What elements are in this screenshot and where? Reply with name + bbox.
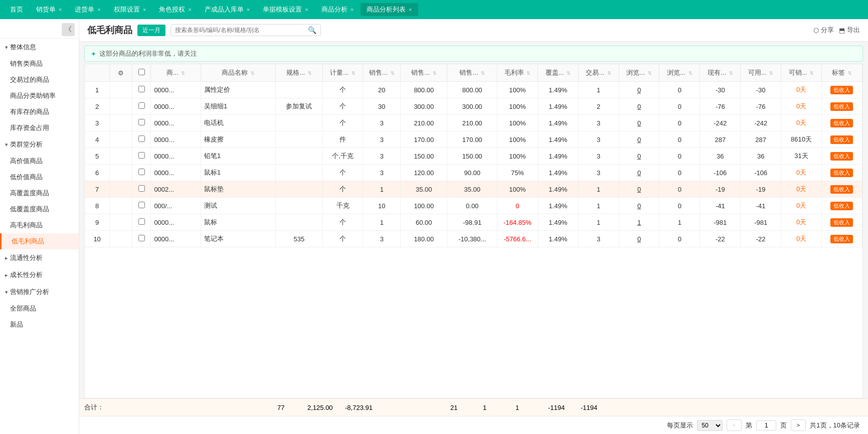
browse1-link[interactable]: 0	[637, 136, 641, 143]
sidebar-group-growth[interactable]: ▸ 成长性分析	[0, 266, 79, 283]
row-browse1[interactable]: 0	[619, 198, 659, 214]
row-check[interactable]	[132, 98, 151, 115]
row-checkbox[interactable]	[138, 119, 145, 125]
close-icon[interactable]: ×	[143, 7, 146, 13]
row-checkbox[interactable]	[138, 235, 145, 241]
row-browse1[interactable]: 0	[619, 131, 659, 148]
row-checkbox[interactable]	[138, 102, 145, 109]
date-filter-button[interactable]: 近一月	[137, 25, 165, 36]
sidebar-item-category-rate[interactable]: 商品分类助销率	[0, 88, 79, 104]
row-checkbox[interactable]	[138, 135, 145, 142]
row-browse1[interactable]: 0	[619, 181, 659, 198]
th-sales-qty[interactable]: 销售... ⇅	[363, 64, 401, 82]
sidebar-item-capital[interactable]: 库存资金占用	[0, 120, 79, 136]
sidebar-item-inventory[interactable]: 有库存的商品	[0, 104, 79, 120]
prev-page-btn[interactable]: ＜	[727, 419, 742, 431]
th-sales-amount[interactable]: 销售... ⇅	[447, 64, 497, 82]
th-name[interactable]: 商品名称 ⇅	[201, 64, 275, 82]
browse1-link[interactable]: 0	[637, 103, 641, 110]
nav-analysis-list[interactable]: 商品分析列表 ×	[361, 3, 418, 16]
row-check[interactable]	[132, 181, 151, 198]
th-spec[interactable]: 规格... ⇅	[276, 64, 322, 82]
sidebar-item-low-coverage[interactable]: 低覆盖度商品	[0, 201, 79, 217]
th-available[interactable]: 可用... ⇅	[741, 64, 781, 82]
th-settings[interactable]: ⚙	[110, 64, 132, 82]
browse1-link[interactable]: 1	[637, 219, 641, 226]
sidebar-item-low-value[interactable]: 低价值商品	[0, 169, 79, 185]
sidebar-item-high-coverage[interactable]: 高覆盖度商品	[0, 185, 79, 201]
browse1-link[interactable]: 0	[637, 186, 641, 193]
export-button[interactable]: ⬒ 导出	[839, 26, 860, 35]
row-browse1[interactable]: 1	[619, 214, 659, 231]
th-browse2[interactable]: 浏览... ⇅	[659, 64, 700, 82]
row-check[interactable]	[132, 148, 151, 165]
browse1-link[interactable]: 0	[637, 119, 641, 127]
th-browse1[interactable]: 浏览... ⇅	[619, 64, 659, 82]
sidebar-item-sales-goods[interactable]: 销售类商品	[0, 56, 79, 72]
row-browse1[interactable]: 0	[619, 82, 659, 98]
sidebar-item-high-value[interactable]: 高价值商品	[0, 153, 79, 169]
select-all-checkbox[interactable]	[138, 69, 145, 75]
th-sales-price[interactable]: 销售... ⇅	[401, 64, 447, 82]
sidebar-group-overall[interactable]: ▾ 整体信息	[0, 39, 79, 56]
row-checkbox[interactable]	[138, 185, 145, 192]
page-number-input[interactable]	[756, 420, 776, 430]
row-browse1[interactable]: 0	[619, 98, 659, 115]
sidebar-item-all-goods[interactable]: 全部商品	[0, 301, 79, 317]
search-box[interactable]: 🔍	[170, 24, 321, 36]
close-icon[interactable]: ×	[351, 7, 354, 13]
row-checkbox[interactable]	[138, 218, 145, 225]
sidebar-item-new-goods[interactable]: 新品	[0, 317, 79, 333]
th-code[interactable]: 商... ⇅	[151, 64, 201, 82]
row-checkbox[interactable]	[138, 86, 145, 92]
nav-analysis[interactable]: 商品分析 ×	[315, 3, 360, 16]
nav-products[interactable]: 产成品入库单 ×	[199, 3, 256, 16]
nav-home[interactable]: 首页	[4, 3, 29, 16]
row-check[interactable]	[132, 214, 151, 231]
row-browse1[interactable]: 0	[619, 165, 659, 181]
close-icon[interactable]: ×	[188, 7, 191, 13]
row-check[interactable]	[132, 231, 151, 247]
next-page-btn[interactable]: ＞	[791, 419, 806, 431]
browse1-link[interactable]: 0	[637, 235, 641, 243]
row-browse1[interactable]: 0	[619, 231, 659, 247]
row-browse1[interactable]: 0	[619, 148, 659, 165]
row-checkbox[interactable]	[138, 152, 145, 159]
nav-roles[interactable]: 角色授权 ×	[153, 3, 197, 16]
sidebar-item-traded-goods[interactable]: 交易过的商品	[0, 72, 79, 88]
row-check[interactable]	[132, 131, 151, 148]
sidebar-collapse-btn[interactable]: 《	[62, 23, 75, 36]
browse1-link[interactable]: 0	[637, 202, 641, 210]
row-check[interactable]	[132, 82, 151, 98]
sidebar-item-high-margin[interactable]: 高毛利商品	[0, 217, 79, 233]
nav-permissions[interactable]: 权限设置 ×	[108, 3, 152, 16]
row-check[interactable]	[132, 165, 151, 181]
sidebar-group-cluster[interactable]: ▾ 类群堂分析	[0, 136, 79, 153]
row-browse1[interactable]: 0	[619, 115, 659, 131]
nav-sales[interactable]: 销货单 ×	[30, 3, 68, 16]
close-icon[interactable]: ×	[247, 7, 250, 13]
th-saleable[interactable]: 可销... ⇅	[781, 64, 822, 82]
sidebar-group-marketing[interactable]: ▾ 营销推广分析	[0, 283, 79, 301]
close-icon[interactable]: ×	[59, 7, 62, 13]
close-icon[interactable]: ×	[305, 7, 308, 13]
sidebar-item-low-margin[interactable]: 低毛利商品	[0, 233, 79, 249]
share-button[interactable]: ⬡ 分享	[813, 26, 834, 35]
row-check[interactable]	[132, 198, 151, 214]
row-checkbox[interactable]	[138, 202, 145, 208]
per-page-select[interactable]: 50 100 200	[697, 420, 723, 431]
search-input[interactable]	[175, 27, 308, 34]
close-icon[interactable]: ×	[97, 7, 100, 13]
row-checkbox[interactable]	[138, 169, 145, 175]
th-tag[interactable]: 标签 ⇅	[821, 64, 862, 82]
browse1-link[interactable]: 0	[637, 153, 641, 160]
th-trade[interactable]: 交易... ⇅	[578, 64, 619, 82]
row-check[interactable]	[132, 115, 151, 131]
browse1-link[interactable]: 0	[637, 169, 641, 177]
th-check[interactable]	[132, 64, 151, 82]
th-current[interactable]: 现有... ⇅	[700, 64, 741, 82]
th-unit[interactable]: 计量... ⇅	[322, 64, 363, 82]
nav-templates[interactable]: 单据模板设置 ×	[257, 3, 314, 16]
close-icon[interactable]: ×	[409, 7, 412, 13]
nav-purchase[interactable]: 进货单 ×	[69, 3, 106, 16]
